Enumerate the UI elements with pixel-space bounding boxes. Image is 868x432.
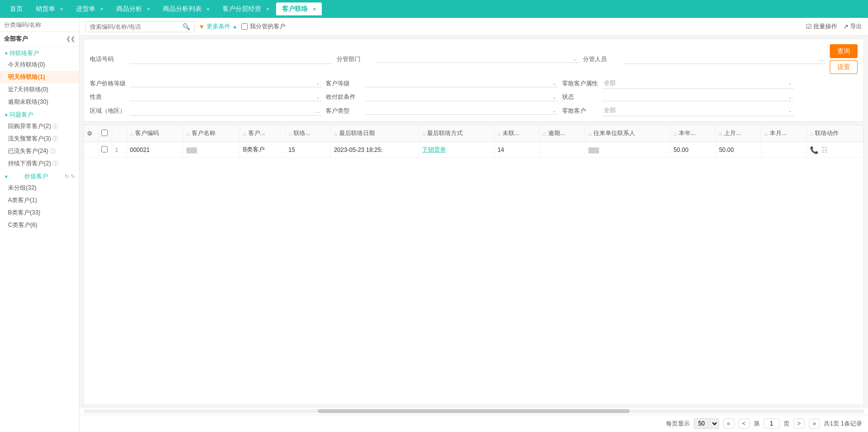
price-level-label: 客户价格等级	[90, 79, 130, 88]
customer-type-field: 客户类型 ⌄	[326, 107, 558, 115]
sidebar-item-abnormal[interactable]: 回购异常客户(2) ⓘ	[0, 120, 79, 133]
customer-table: ⚙ △ 客户编码 △ 客户名称 △ 客户... △ 联络... △ 最后联络日期…	[84, 125, 864, 158]
nav-product-analysis[interactable]: 商品分析 ×	[110, 2, 156, 15]
sidebar-item-today[interactable]: 今天待联络(0)	[0, 59, 79, 71]
row-overdue	[540, 142, 585, 158]
status-select[interactable]: ⌄	[602, 93, 794, 101]
last-page-btn[interactable]: »	[809, 419, 820, 429]
next-page-btn[interactable]: >	[794, 419, 805, 429]
page-input[interactable]	[764, 419, 780, 429]
filter-search-input[interactable]	[90, 23, 180, 30]
sidebar-item-tomorrow[interactable]: 明天待联络(1)	[0, 71, 79, 83]
call-action-icon[interactable]: 📞	[810, 146, 818, 154]
adv-filter: 电话号码 分管部门 ⌄ 分管人员 ... 查询 设置	[83, 39, 864, 122]
row-checkbox-cell	[98, 142, 112, 158]
row-customer-type: B类客户	[240, 142, 286, 158]
all-customers-header[interactable]: 全部客户 ❮❮	[0, 32, 79, 47]
my-customers-filter: 我分管的客户	[241, 22, 286, 31]
close-product-analysis-icon[interactable]: ×	[147, 6, 150, 12]
close-product-list-icon[interactable]: ×	[207, 6, 210, 12]
sidebar-item-ungrouped[interactable]: 未分组(32)	[0, 182, 79, 194]
row-last-method: 下销货单	[419, 142, 494, 158]
col-num	[112, 125, 127, 142]
sidebar-item-7days[interactable]: 近7天待联络(0)	[0, 83, 79, 96]
export-btn[interactable]: ↗ 导出	[843, 22, 862, 31]
my-customers-checkbox[interactable]	[241, 23, 248, 30]
batch-ops-btn[interactable]: ☑ 批量操作	[806, 22, 837, 31]
manager-select[interactable]: ...	[623, 55, 826, 64]
adv-filter-row-4: 区域（地区） ... 客户类型 ⌄ 零散客户 全部⌄	[90, 105, 858, 116]
col-checkbox	[98, 125, 112, 142]
payment-select[interactable]: ⌄	[365, 93, 558, 101]
table-container: ⚙ △ 客户编码 △ 客户名称 △ 客户... △ 联络... △ 最后联络日期…	[83, 125, 864, 405]
dept-label: 分管部门	[337, 55, 376, 64]
top-nav: 首页 销货单 × 进货单 × 商品分析 × 商品分析列表 × 客户分层经营 × …	[0, 0, 868, 18]
price-level-select[interactable]: ⌄	[130, 79, 322, 87]
last-method-link[interactable]: 下销货单	[422, 146, 446, 153]
col-unit-contact: △ 往来单位联系人	[585, 125, 670, 142]
sidebar-item-declining[interactable]: 持续下滑客户(2) ⓘ	[0, 157, 79, 170]
customer-level-select[interactable]: ⌄	[365, 79, 558, 87]
table-header-row: ⚙ △ 客户编码 △ 客户名称 △ 客户... △ 联络... △ 最后联络日期…	[84, 125, 864, 142]
close-customer-tier-icon[interactable]: ×	[266, 6, 269, 12]
payment-caret-icon: ⌄	[552, 94, 556, 100]
sidebar-item-class-a[interactable]: A类客户(1)	[0, 194, 79, 207]
sidebar-search-box: 🔍	[0, 18, 79, 32]
sidebar-item-churned[interactable]: 已流失客户(24) ⓘ	[0, 145, 79, 157]
adv-filter-row-3: 性质 ⌄ 收付款条件 ⌄ 状态 ⌄	[90, 93, 858, 101]
retail-customer-label: 零散客户	[562, 107, 602, 115]
filter-search-icon[interactable]: 🔍	[182, 23, 190, 30]
horizontal-scrollbar[interactable]	[79, 407, 868, 415]
prev-page-btn[interactable]: <	[738, 419, 750, 429]
nature-select[interactable]: ⌄	[130, 93, 322, 101]
page-label: 第	[754, 420, 760, 428]
price-level-caret-icon: ⌄	[316, 80, 320, 86]
sidebar-item-churn-warning[interactable]: 流失预警客户(3) ⓘ	[0, 133, 79, 145]
more-caret-icon: ▲	[232, 24, 237, 29]
nav-product-list[interactable]: 商品分析列表 ×	[157, 2, 216, 15]
all-customers-label: 全部客户	[4, 35, 28, 43]
filter-more-btn[interactable]: ▼ 更多条件 ▲	[199, 22, 237, 31]
nav-home[interactable]: 首页	[4, 2, 29, 15]
row-last-month: 50.00	[716, 142, 761, 158]
select-all-checkbox[interactable]	[101, 130, 108, 136]
nav-sales[interactable]: 销货单 ×	[30, 2, 69, 15]
close-customer-contact-icon[interactable]: ×	[313, 6, 316, 12]
row-action-cell: 📞 ☷	[807, 142, 864, 158]
sidebar-item-class-c[interactable]: C类客户(6)	[0, 219, 79, 231]
phone-input[interactable]	[130, 55, 333, 64]
nav-customer-contact[interactable]: 客户联络 ×	[276, 2, 322, 15]
grid-action-icon[interactable]: ☷	[821, 146, 828, 154]
set-btn[interactable]: 设置	[830, 60, 858, 74]
close-sales-icon[interactable]: ×	[60, 6, 63, 12]
col-this-month: △ 本月...	[761, 125, 807, 142]
value-group-icons[interactable]: ↻ ✎	[65, 173, 75, 180]
area-select[interactable]: ...	[130, 106, 322, 116]
retail-customer-select[interactable]: 全部⌄	[602, 105, 794, 116]
customer-level-label: 客户等级	[326, 79, 365, 88]
area-label: 区域（地区）	[90, 107, 130, 115]
sidebar-item-class-b[interactable]: B类客户(33)	[0, 207, 79, 219]
retail-attr-select[interactable]: 全部⌄	[602, 78, 794, 89]
sidebar-item-overdue[interactable]: 逾期未联络(30)	[0, 96, 79, 108]
col-last-date: △ 最后联络日期	[331, 125, 419, 142]
main-layout: 🔍 全部客户 ❮❮ 待联络客户 今天待联络(0) 明天待联络(1) 近7天待联络…	[0, 18, 868, 432]
dept-select[interactable]: ⌄	[376, 55, 579, 63]
col-contact: △ 联络...	[285, 125, 331, 142]
retail-customer-caret-icon: ⌄	[788, 108, 792, 113]
customer-type-select[interactable]: ⌄	[365, 107, 558, 115]
col-settings[interactable]: ⚙	[84, 125, 98, 142]
row-contact: 15	[285, 142, 331, 158]
first-page-btn[interactable]: «	[723, 419, 734, 429]
per-page-select[interactable]: 50 100 200	[694, 418, 719, 429]
customer-type-caret-icon: ⌄	[552, 108, 556, 113]
price-level-field: 客户价格等级 ⌄	[90, 79, 322, 88]
query-btn[interactable]: 查询	[830, 44, 858, 58]
phone-label: 电话号码	[90, 55, 130, 64]
nav-purchase[interactable]: 进货单 ×	[70, 2, 109, 15]
nav-customer-tier[interactable]: 客户分层经营 ×	[217, 2, 275, 15]
row-checkbox[interactable]	[101, 146, 108, 152]
close-purchase-icon[interactable]: ×	[100, 6, 103, 12]
retail-customer-field: 零散客户 全部⌄	[562, 105, 794, 116]
sidebar-search-input[interactable]	[4, 21, 78, 28]
